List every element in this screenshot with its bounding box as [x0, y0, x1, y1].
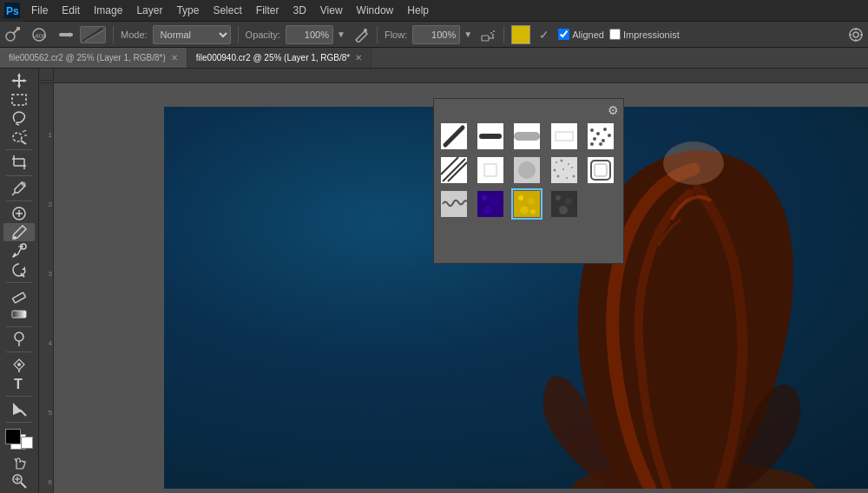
- impressionist-checkbox-label[interactable]: Impressionist: [609, 29, 680, 40]
- brush-preset-picker-btn[interactable]: [80, 26, 106, 43]
- color-swatch[interactable]: [511, 25, 530, 44]
- menu-select[interactable]: Select: [206, 0, 248, 22]
- svg-point-101: [491, 198, 498, 205]
- mode-select[interactable]: Normal: [153, 25, 231, 44]
- svg-point-17: [492, 34, 494, 36]
- menu-edit[interactable]: Edit: [55, 0, 87, 22]
- brush-preset-11[interactable]: [438, 188, 470, 220]
- brush-preset-10[interactable]: [585, 154, 616, 186]
- brush-preset-3[interactable]: [511, 121, 542, 152]
- brush-preset-7[interactable]: [475, 154, 506, 186]
- tab-2[interactable]: file000940.cr2 @ 25% (Layer 1, RGB/8* ✕: [187, 48, 372, 68]
- svg-point-75: [599, 142, 602, 146]
- svg-point-19: [853, 32, 858, 37]
- brush-preset-5[interactable]: [585, 121, 616, 152]
- brush-preset-9[interactable]: [549, 154, 580, 186]
- tool-brush[interactable]: [3, 223, 35, 241]
- svg-point-92: [556, 175, 559, 178]
- tool-text[interactable]: T: [3, 375, 35, 393]
- tool-eraser[interactable]: [3, 286, 35, 305]
- svg-point-76: [590, 142, 594, 146]
- tool-crop[interactable]: [3, 154, 35, 172]
- canvas-viewport[interactable]: ⚙: [69, 98, 868, 493]
- brush-preset-8[interactable]: [511, 154, 542, 186]
- tool-preset-picker[interactable]: [3, 26, 21, 43]
- svg-point-110: [565, 198, 572, 205]
- svg-point-111: [559, 206, 568, 214]
- svg-point-107: [530, 209, 536, 214]
- tab-1-label: file000562.cr2 @ 25% (Layer 1, RGB/8*): [9, 53, 166, 62]
- options-settings-icon[interactable]: [847, 26, 865, 43]
- tool-dodge[interactable]: [3, 331, 35, 349]
- svg-rect-25: [12, 95, 26, 105]
- svg-text:T: T: [14, 377, 23, 391]
- svg-line-9: [83, 28, 102, 41]
- svg-marker-8: [69, 32, 73, 37]
- brush-size-icon[interactable]: 400: [26, 26, 52, 43]
- aligned-checkbox[interactable]: [558, 29, 569, 40]
- tab-1-close[interactable]: ✕: [171, 54, 178, 62]
- menu-file[interactable]: File: [24, 0, 55, 22]
- brush-preset-2[interactable]: [475, 121, 506, 152]
- flow-input[interactable]: [412, 25, 460, 44]
- separator-5: [6, 326, 32, 327]
- tool-zoom[interactable]: [3, 471, 35, 490]
- menu-type[interactable]: Type: [169, 0, 206, 22]
- flow-expand-icon[interactable]: ▼: [462, 26, 474, 43]
- menu-window[interactable]: Window: [350, 0, 401, 22]
- spray-icon[interactable]: [479, 26, 496, 43]
- svg-point-16: [493, 30, 495, 32]
- check-icon[interactable]: ✓: [536, 26, 553, 43]
- menu-layer[interactable]: Layer: [129, 0, 169, 22]
- menu-image[interactable]: Image: [87, 0, 129, 22]
- svg-point-86: [556, 161, 557, 163]
- svg-point-106: [520, 206, 529, 214]
- tool-marquee[interactable]: [3, 91, 35, 109]
- opacity-expand-icon[interactable]: ▼: [335, 26, 347, 43]
- tool-quick-select[interactable]: [3, 128, 35, 147]
- tool-pen[interactable]: [3, 356, 35, 374]
- menu-help[interactable]: Help: [400, 0, 436, 22]
- svg-marker-24: [11, 73, 27, 89]
- color-selector[interactable]: [3, 427, 35, 450]
- svg-point-26: [13, 133, 22, 141]
- brush-preset-13[interactable]: [511, 188, 542, 220]
- brush-preset-12[interactable]: [475, 188, 506, 220]
- separator-3: [6, 200, 32, 201]
- airbrush-icon[interactable]: [352, 26, 370, 43]
- tool-spot-heal[interactable]: [3, 205, 35, 223]
- separator-8: [6, 422, 32, 423]
- svg-point-69: [590, 128, 594, 132]
- tool-move[interactable]: [3, 72, 35, 90]
- opacity-input[interactable]: [286, 25, 333, 44]
- brush-preset-1[interactable]: [438, 121, 470, 152]
- tool-clone-stamp[interactable]: [3, 242, 35, 260]
- impressionist-checkbox[interactable]: [609, 29, 621, 40]
- svg-marker-43: [22, 266, 25, 270]
- svg-point-73: [602, 139, 605, 142]
- tool-gradient[interactable]: [3, 305, 35, 323]
- brush-hardness-icon[interactable]: [57, 26, 75, 43]
- aligned-checkbox-label[interactable]: Aligned: [558, 29, 604, 40]
- brush-preset-4[interactable]: [549, 121, 580, 152]
- tool-path-select[interactable]: [3, 400, 35, 418]
- svg-point-39: [13, 236, 16, 240]
- tool-lasso[interactable]: [3, 109, 35, 128]
- brush-preset-6[interactable]: [438, 154, 470, 186]
- menu-filter[interactable]: Filter: [249, 0, 286, 22]
- svg-point-74: [608, 134, 611, 137]
- svg-point-87: [560, 160, 562, 162]
- brush-preset-14[interactable]: [549, 188, 580, 220]
- svg-point-104: [518, 195, 523, 200]
- tab-2-close[interactable]: ✕: [355, 54, 362, 62]
- tab-1[interactable]: file000562.cr2 @ 25% (Layer 1, RGB/8*) ✕: [0, 48, 187, 68]
- tool-history-brush[interactable]: [3, 261, 35, 279]
- svg-point-72: [593, 137, 596, 141]
- svg-point-60: [663, 141, 724, 185]
- tool-hand[interactable]: [3, 453, 35, 471]
- tool-eyedropper[interactable]: [3, 179, 35, 197]
- separator-4: [6, 282, 32, 283]
- brush-popup-gear-icon[interactable]: ⚙: [608, 103, 619, 117]
- menu-3d[interactable]: 3D: [286, 0, 312, 22]
- menu-view[interactable]: View: [313, 0, 350, 22]
